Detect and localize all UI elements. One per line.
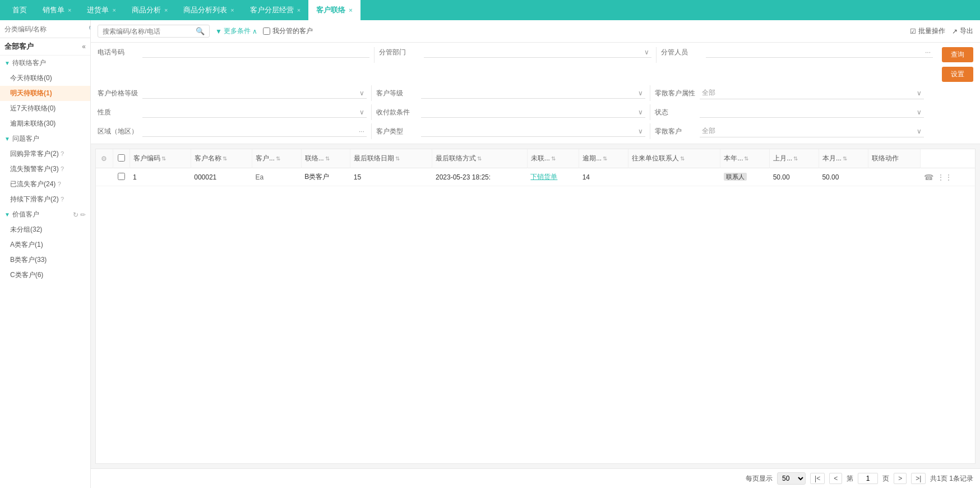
main-search-input[interactable] xyxy=(103,27,196,35)
link-last-method[interactable]: 下销货单 xyxy=(530,173,557,181)
sidebar-item-repurchase-anomaly[interactable]: 回购异常客户(2) ? xyxy=(0,146,90,162)
col-customer-type[interactable]: 客户... ⇅ xyxy=(252,149,301,168)
sidebar-item-ungrouped[interactable]: 未分组(32) xyxy=(0,222,90,237)
col-last-month[interactable]: 上月... ⇅ xyxy=(770,149,819,168)
nav-product-analysis-close[interactable]: × xyxy=(164,7,168,13)
sidebar-item-class-b[interactable]: B类客户(33) xyxy=(0,252,90,268)
col-contact-count[interactable]: 联络... ⇅ xyxy=(301,149,350,168)
label-phone: 电话号码 xyxy=(98,48,142,57)
select-retail-attr[interactable]: 全部 ∨ xyxy=(700,87,924,99)
sort-icon-overdue: ⇅ xyxy=(603,155,607,162)
nav-customer-layer[interactable]: 客户分层经营 × xyxy=(242,0,308,20)
top-navigation: 首页 销售单 × 进货单 × 商品分析 × 商品分析列表 × 客户分层经营 × … xyxy=(0,0,980,20)
query-button[interactable]: 查询 xyxy=(942,47,973,62)
action-phone-icon[interactable]: ☎ xyxy=(924,173,933,182)
first-page-btn[interactable]: |< xyxy=(810,473,825,484)
last-page-btn[interactable]: >| xyxy=(911,473,926,484)
sort-icon-this-year: ⇅ xyxy=(744,155,748,162)
bulk-icon: ☑ xyxy=(910,27,916,35)
nav-sales-close[interactable]: × xyxy=(68,7,71,13)
row-select-checkbox[interactable] xyxy=(118,173,125,180)
sidebar-collapse-btn[interactable]: « xyxy=(82,43,86,50)
row-checkbox xyxy=(113,168,130,186)
nav-customer-layer-close[interactable]: × xyxy=(297,7,301,13)
more-filter-btn[interactable]: ▼ 更多条件 ∧ xyxy=(215,26,257,36)
sidebar-item-tomorrow[interactable]: 明天待联络(1) xyxy=(0,86,90,101)
nav-sales[interactable]: 销售单 × xyxy=(35,0,79,20)
main-search-icon[interactable]: 🔍 xyxy=(196,27,205,35)
divider2 xyxy=(656,47,657,63)
bulk-action-btn[interactable]: ☑ 批量操作 xyxy=(910,26,945,36)
cell-overdue xyxy=(628,168,720,186)
col-customer-name[interactable]: 客户名称 ⇅ xyxy=(191,149,252,168)
nav-product-analysis-list[interactable]: 商品分析列表 × xyxy=(175,0,242,20)
select-customer-type[interactable]: ∨ xyxy=(421,126,645,137)
sidebar-item-declining[interactable]: 持续下滑客户(2) ? xyxy=(0,192,90,207)
nav-purchase-close[interactable]: × xyxy=(112,7,115,13)
col-customer-code[interactable]: 客户编码 ⇅ xyxy=(130,149,191,168)
prev-page-btn[interactable]: < xyxy=(829,473,842,484)
cell-no: 1 xyxy=(130,168,191,186)
main-layout: 🔍 全部客户 « ▼ 待联络客户 今天待联络(0) 明天待联络(1) 近7天待联… xyxy=(0,20,980,488)
col-checkbox xyxy=(113,149,130,168)
select-nature[interactable]: ∨ xyxy=(142,107,367,118)
sidebar-group-value[interactable]: ▼ 价值客户 ↻ ✏ xyxy=(0,207,90,222)
input-phone[interactable] xyxy=(142,47,369,58)
sidebar-item-today[interactable]: 今天待联络(0) xyxy=(0,71,90,86)
select-status[interactable]: ∨ xyxy=(700,107,924,118)
page-input[interactable] xyxy=(858,473,878,484)
filter-icon: ▼ xyxy=(215,27,222,35)
select-dept[interactable]: ∨ xyxy=(424,47,651,58)
col-gear[interactable]: ⚙ xyxy=(96,149,113,168)
label-region: 区域（地区） xyxy=(98,127,142,136)
cell-last-month: 50.00 xyxy=(819,168,868,186)
sidebar-group-problem[interactable]: ▼ 问题客户 xyxy=(0,131,90,146)
label-nature: 性质 xyxy=(98,108,142,117)
select-person[interactable]: ··· xyxy=(706,47,933,58)
next-page-btn[interactable]: > xyxy=(894,473,907,484)
sidebar-item-7days[interactable]: 近7天待联络(0) xyxy=(0,101,90,116)
export-btn[interactable]: ↗ 导出 xyxy=(952,26,973,36)
sidebar-group-pending[interactable]: ▼ 待联络客户 xyxy=(0,56,90,71)
sidebar-search-input[interactable] xyxy=(4,25,89,33)
nav-purchase[interactable]: 进货单 × xyxy=(79,0,123,20)
col-uncontacted[interactable]: 未联... ⇅ xyxy=(527,149,579,168)
per-page-select[interactable]: 50 100 200 xyxy=(777,472,806,485)
arrow-icon: ▼ xyxy=(4,60,10,66)
sidebar-item-churn-warning[interactable]: 流失预警客户(3) ? xyxy=(0,162,90,177)
col-overdue[interactable]: 逾期... ⇅ xyxy=(579,149,628,168)
col-last-contact-date[interactable]: 最后联络日期 ⇅ xyxy=(350,149,432,168)
chevron-up-icon: ∧ xyxy=(252,27,257,35)
select-retail-customer[interactable]: 全部 ∨ xyxy=(700,125,924,137)
col-this-month[interactable]: 本月... ⇅ xyxy=(819,149,868,168)
sidebar-item-class-c[interactable]: C类客户(6) xyxy=(0,268,90,283)
col-this-year[interactable]: 本年... ⇅ xyxy=(720,149,770,168)
nav-product-analysis[interactable]: 商品分析 × xyxy=(124,0,175,20)
action-more-icon[interactable]: ⋮⋮ xyxy=(937,173,953,182)
settings-button[interactable]: 设置 xyxy=(942,67,973,82)
nav-home[interactable]: 首页 xyxy=(4,0,35,20)
select-all-checkbox[interactable] xyxy=(118,154,125,162)
sidebar-item-class-a[interactable]: A类客户(1) xyxy=(0,237,90,252)
select-region[interactable]: ··· xyxy=(142,126,367,137)
select-payment-terms[interactable]: ∨ xyxy=(421,107,645,118)
nav-customer-contact-close[interactable]: × xyxy=(349,7,352,13)
cell-this-month xyxy=(868,168,921,186)
my-customer-checkbox[interactable] xyxy=(263,27,270,35)
col-last-contact-method[interactable]: 最后联络方式 ⇅ xyxy=(432,149,527,168)
chevron-down-icon-2: ∨ xyxy=(359,89,364,97)
nav-product-list-close[interactable]: × xyxy=(230,7,234,13)
select-customer-level[interactable]: ∨ xyxy=(421,88,645,99)
nav-customer-contact[interactable]: 客户联络 × xyxy=(308,0,360,20)
sidebar-all-customers[interactable]: 全部客户 « xyxy=(0,38,90,56)
divider6 xyxy=(650,104,650,120)
label-status: 状态 xyxy=(655,108,700,117)
cell-name: Ea xyxy=(252,168,301,186)
sidebar-item-churned[interactable]: 已流失客户(24) ? xyxy=(0,177,90,192)
arrow-icon-2: ▼ xyxy=(4,136,10,142)
cell-last-date: 2023-05-23 18:25: xyxy=(432,168,527,186)
select-price-level[interactable]: ∨ xyxy=(142,88,367,99)
sidebar-item-overdue[interactable]: 逾期未联络(30) xyxy=(0,116,90,131)
chevron-down-icon-9: ∨ xyxy=(917,127,922,135)
col-contact-person[interactable]: 往来单位联系人 ⇅ xyxy=(628,149,720,168)
